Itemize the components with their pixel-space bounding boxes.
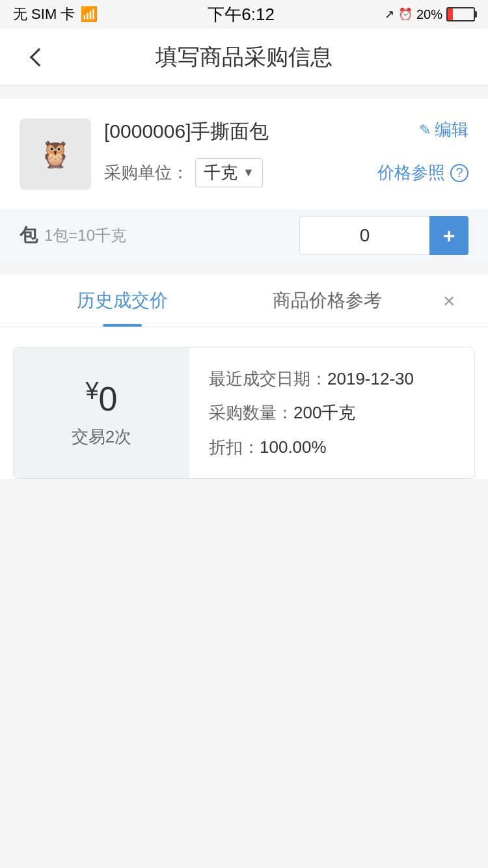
purchase-qty-row: 采购数量：200千克 xyxy=(209,401,455,424)
battery-pct: 20% xyxy=(416,7,442,22)
product-info: [0000006]手撕面包 ✎ 编辑 采购单位： 千克 ▼ 价格参照 ? xyxy=(104,118,468,187)
package-ratio: 1包=10千克 xyxy=(44,225,126,246)
battery-icon xyxy=(446,7,475,21)
help-icon: ? xyxy=(450,164,468,182)
product-name: [0000006]手撕面包 xyxy=(104,118,269,145)
recent-date-row: 最近成交日期：2019-12-30 xyxy=(209,367,455,390)
discount-row: 折扣：100.00% xyxy=(209,435,455,459)
package-info: 包 1包=10千克 xyxy=(20,223,126,248)
product-header: [0000006]手撕面包 ✎ 编辑 xyxy=(104,118,468,145)
wifi-icon: 📶 xyxy=(80,6,98,23)
unit-selector[interactable]: 千克 ▼ xyxy=(195,158,263,187)
time-display: 下午6:12 xyxy=(208,3,275,26)
quantity-increment-button[interactable]: + xyxy=(429,216,468,255)
status-bar: 无 SIM 卡 📶 下午6:12 ↗ ⏰ 20% xyxy=(0,0,488,29)
edit-icon: ✎ xyxy=(419,122,431,139)
history-details-section: 最近成交日期：2019-12-30 采购数量：200千克 折扣：100.00% xyxy=(189,347,474,478)
recent-date-label: 最近成交日期： xyxy=(209,369,327,388)
recent-date-value: 2019-12-30 xyxy=(327,369,414,388)
chevron-down-icon: ▼ xyxy=(243,166,254,180)
unit-label: 采购单位： 千克 ▼ xyxy=(104,158,263,187)
tab-header: 历史成交价 商品价格参考 × xyxy=(0,275,488,327)
back-icon xyxy=(30,47,48,66)
package-icon: 包 xyxy=(20,223,38,248)
carrier-info: 无 SIM 卡 📶 xyxy=(13,5,98,24)
purchase-qty-value: 200千克 xyxy=(293,403,355,422)
tab-close-button[interactable]: × xyxy=(429,281,468,320)
history-price-section: ¥0 交易2次 xyxy=(14,347,189,478)
carrier-text: 无 SIM 卡 xyxy=(13,5,75,24)
price-reference-button[interactable]: 价格参照 ? xyxy=(377,161,468,184)
nav-bar: 填写商品采购信息 xyxy=(0,29,488,86)
quantity-value: 0 xyxy=(360,225,370,246)
back-button[interactable] xyxy=(20,38,59,77)
alarm-icon: ⏰ xyxy=(398,7,413,21)
tab-price-ref-label: 商品价格参考 xyxy=(273,288,382,313)
unit-row: 采购单位： 千克 ▼ 价格参照 ? xyxy=(104,158,468,187)
tab-section: 历史成交价 商品价格参考 × ¥0 交易2次 最近成交日期：2019-12-30… xyxy=(0,275,488,479)
unit-value: 千克 xyxy=(204,161,237,184)
system-indicators: ↗ ⏰ 20% xyxy=(385,7,475,22)
product-logo: 🦉 xyxy=(39,139,72,170)
tab-history-label: 历史成交价 xyxy=(77,288,168,313)
price-ref-label: 价格参照 xyxy=(377,161,445,184)
edit-label: 编辑 xyxy=(435,118,468,141)
discount-value: 100.00% xyxy=(260,437,327,457)
edit-button[interactable]: ✎ 编辑 xyxy=(419,118,468,141)
history-card: ¥0 交易2次 最近成交日期：2019-12-30 采购数量：200千克 折扣：… xyxy=(13,347,475,479)
purchase-qty-label: 采购数量： xyxy=(209,403,293,422)
currency-symbol: ¥ xyxy=(86,377,99,404)
discount-label: 折扣： xyxy=(209,437,260,457)
quantity-row: 包 1包=10千克 0 + xyxy=(0,210,488,262)
quantity-input[interactable]: 0 xyxy=(299,216,429,255)
tab-price-reference[interactable]: 商品价格参考 xyxy=(224,275,429,327)
page-title: 填写商品采购信息 xyxy=(59,42,429,72)
quantity-controls: 0 + xyxy=(299,216,468,255)
trade-count: 交易2次 xyxy=(72,426,131,448)
price-display: ¥0 xyxy=(86,377,118,418)
product-card: 🦉 [0000006]手撕面包 ✎ 编辑 采购单位： 千克 ▼ 价格参照 ? xyxy=(0,99,488,210)
bottom-area xyxy=(0,498,488,868)
tab-history-price[interactable]: 历史成交价 xyxy=(20,275,224,327)
product-thumbnail: 🦉 xyxy=(20,118,91,190)
location-icon: ↗ xyxy=(385,7,394,21)
price-value: 0 xyxy=(99,381,118,418)
tab-active-indicator xyxy=(103,324,142,327)
